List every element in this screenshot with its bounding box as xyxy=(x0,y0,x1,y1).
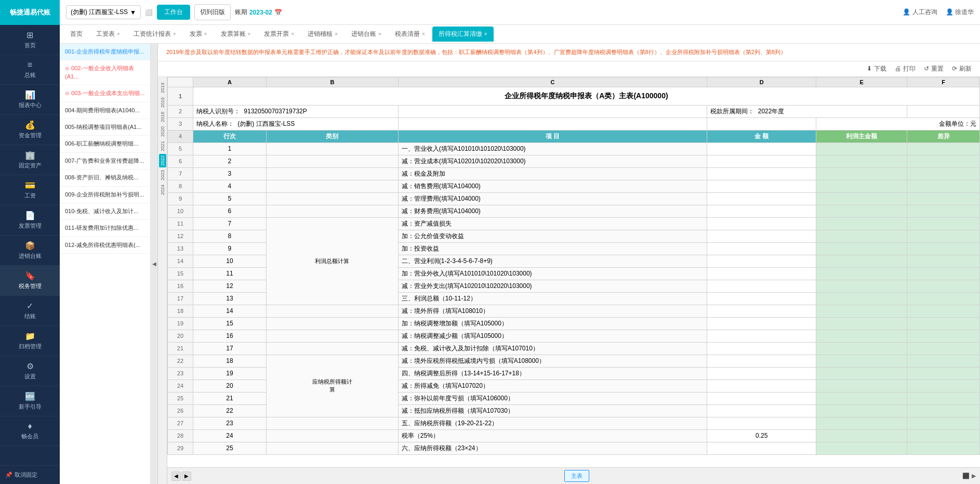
sidebar-item-settlement[interactable]: ✓ 结账 xyxy=(0,296,60,326)
sidebar-item-archive[interactable]: 📁 归档管理 xyxy=(0,326,60,356)
tab-salary-stat[interactable]: 工资统计报表 × xyxy=(127,27,182,42)
copy-icon[interactable]: ⬜ xyxy=(145,9,153,16)
list-item-007[interactable]: 007-广告费和业务宣传费超降... xyxy=(60,153,150,169)
tab-invoice-open-label: 发票开票 xyxy=(264,30,289,38)
sheet-scroll-left[interactable]: ◀ xyxy=(171,472,181,481)
list-item-001[interactable]: 001-企业所得税年度纳税申报... xyxy=(60,44,150,60)
sidebar-item-general-ledger[interactable]: ≡ 总账 xyxy=(0,55,60,85)
tab-invoice-open[interactable]: 发票开票 × xyxy=(258,27,300,42)
sidebar-item-salary[interactable]: 💳 工资 xyxy=(0,175,60,205)
list-item-012[interactable]: 012-减免所得税优惠明细表(... xyxy=(60,237,150,254)
tab-invoice-open-close[interactable]: × xyxy=(291,31,294,37)
col-header-d: D xyxy=(707,77,816,87)
switch-button[interactable]: 切到旧版 xyxy=(194,4,231,20)
sheet-nav-right: ⬛ ▶ xyxy=(962,473,976,479)
warning-bar: 2019年度步及取以前年度结转数据的申报表单元格需要手工维护正确，才能保证本年及… xyxy=(158,44,980,61)
sidebar-item-member[interactable]: ♦ 畅会员 xyxy=(0,416,60,446)
year-2023[interactable]: 2023 xyxy=(159,168,166,182)
tab-invoice-verify-close[interactable]: × xyxy=(335,31,338,37)
sheet-scroll-right2[interactable]: ▶ xyxy=(972,473,976,479)
sidebar-item-fixed-assets[interactable]: 🏢 固定资产 xyxy=(0,145,60,175)
col-header-a: A xyxy=(193,77,266,87)
refresh-button[interactable]: ⟳ 刷新 xyxy=(952,64,972,73)
sidebar-item-home[interactable]: ⊞ 首页 xyxy=(0,25,60,55)
tab-tax-calc[interactable]: 所得税汇算清缴 × xyxy=(432,27,494,42)
sidebar-item-report[interactable]: 📊 报表中心 xyxy=(0,85,60,115)
list-item-005[interactable]: 005-纳税调整项目明细表(A1... xyxy=(60,119,150,136)
year-2024[interactable]: 2024 xyxy=(159,183,166,197)
year-2022[interactable]: 2022 xyxy=(159,154,166,167)
sidebar-item-settings[interactable]: ⚙ 设置 xyxy=(0,356,60,386)
tab-tax-clear[interactable]: 税表清册 × xyxy=(389,27,431,42)
list-item-008[interactable]: 008-资产折旧、摊销及纳税... xyxy=(60,169,150,186)
list-item-003[interactable]: ⊙ 003-一般企业成本支出明细... xyxy=(60,85,150,102)
sidebar-item-tax[interactable]: 🔖 税务管理 xyxy=(0,266,60,296)
list-item-009[interactable]: 009-企业所得税附加补亏损明... xyxy=(60,187,150,203)
download-button[interactable]: ⬇ 下载 xyxy=(867,64,886,73)
year-2016[interactable]: 2016 xyxy=(159,96,166,109)
spreadsheet[interactable]: A B C D E F xyxy=(167,77,980,468)
year-2018[interactable]: 2018 xyxy=(159,110,166,124)
tab-invoice-close[interactable]: × xyxy=(204,31,207,37)
sidebar-item-label: 归档管理 xyxy=(19,343,42,350)
workbench-button[interactable]: 工作台 xyxy=(157,5,190,20)
col-header-e: E xyxy=(816,77,907,87)
fixed-assets-icon: 🏢 xyxy=(25,150,35,160)
table-row: 5 1 一、营业收入(填写A101010\101020\103000) xyxy=(168,142,980,155)
header-col-b: 类别 xyxy=(266,130,398,142)
ai-consult[interactable]: 👤 人工咨询 xyxy=(903,8,937,17)
tax-icon: 🔖 xyxy=(25,271,35,281)
tab-salary-stat-label: 工资统计报表 xyxy=(134,30,171,38)
list-item-010[interactable]: 010-免税、减计收入及加计... xyxy=(60,203,150,220)
salary-icon: 💳 xyxy=(25,180,35,190)
tax-period-cell: 税款所属期间： 2022年度 xyxy=(707,105,907,117)
reset-button[interactable]: ↺ 重置 xyxy=(924,64,944,73)
top-right: 👤 人工咨询 👤 徐道华 xyxy=(903,8,974,17)
tab-tax-clear-close[interactable]: × xyxy=(422,31,425,37)
sidebar-item-sales[interactable]: 📦 进销台账 xyxy=(0,236,60,266)
tab-sales-ledger[interactable]: 进销台账 × xyxy=(345,27,388,42)
tab-bar: 首页 工资表 × 工资统计报表 × 发票 × 发票算账 × 发票开票 × 进销稽… xyxy=(60,25,980,44)
list-item-002[interactable]: ⊙ 002-一般企业收入明细表(A1... xyxy=(60,60,150,85)
print-button[interactable]: 🖨 打印 xyxy=(895,64,916,73)
list-item-004[interactable]: 004-期间费用明细表(A1040... xyxy=(60,102,150,119)
sheet-scroll-right[interactable]: ▶ xyxy=(182,472,191,481)
tab-home[interactable]: 首页 xyxy=(64,27,89,42)
sidebar-item-guide[interactable]: 🆕 新手引导 xyxy=(0,386,60,416)
list-item-011[interactable]: 011-研发费用加计扣除优惠... xyxy=(60,220,150,237)
tab-invoice-label: 发票 xyxy=(190,30,202,38)
year-2021[interactable]: 2021 xyxy=(159,139,166,153)
sheet-nav-icon[interactable]: ⬛ xyxy=(962,473,970,479)
list-item-006[interactable]: 006-职工薪酬纳税调整明细... xyxy=(60,136,150,152)
tab-invoice-calc[interactable]: 发票算账 × xyxy=(215,27,257,42)
tab-invoice-verify-label: 进销稽核 xyxy=(308,30,333,38)
tab-invoice-calc-close[interactable]: × xyxy=(248,31,251,37)
company-selector[interactable]: (勿删) 江西服宝-LSS ▼ xyxy=(66,5,141,19)
settings-icon: ⚙ xyxy=(27,361,34,371)
tab-salary-close[interactable]: × xyxy=(117,31,120,37)
sidebar-item-fund[interactable]: 💰 资金管理 xyxy=(0,115,60,145)
year-2019[interactable]: 2019 xyxy=(159,81,166,95)
tab-salary-stat-close[interactable]: × xyxy=(173,31,176,37)
pin-toggle[interactable]: 📌 取消固定 xyxy=(0,465,60,484)
tab-invoice[interactable]: 发票 × xyxy=(183,27,214,42)
sidebar-item-label: 总账 xyxy=(24,71,36,79)
table-row: 9 5 减：管理费用(填写A104000) xyxy=(168,192,980,205)
error-dot: ⊙ xyxy=(65,65,71,71)
year-2020[interactable]: 2020 xyxy=(159,125,166,138)
sheet-tab-main[interactable]: 主表 xyxy=(564,470,589,482)
sidebar-item-label: 设置 xyxy=(24,373,36,381)
tab-tax-calc-close[interactable]: × xyxy=(484,31,487,37)
tab-invoice-verify[interactable]: 进销稽核 × xyxy=(301,27,344,42)
empty-cell-2c xyxy=(398,105,707,117)
sheet-container: A B C D E F xyxy=(167,77,980,485)
tab-sales-ledger-close[interactable]: × xyxy=(378,31,381,37)
error-dot-2: ⊙ xyxy=(65,90,71,96)
user-name[interactable]: 👤 徐道华 xyxy=(946,8,974,17)
tab-salary[interactable]: 工资表 × xyxy=(90,27,126,42)
reset-icon: ↺ xyxy=(924,65,929,72)
guide-icon: 🆕 xyxy=(25,391,35,401)
calendar-icon[interactable]: 📅 xyxy=(274,9,282,16)
panel-collapse-btn[interactable]: ◀ xyxy=(151,44,158,484)
sidebar-item-invoice-mgmt[interactable]: 📄 发票管理 xyxy=(0,205,60,236)
